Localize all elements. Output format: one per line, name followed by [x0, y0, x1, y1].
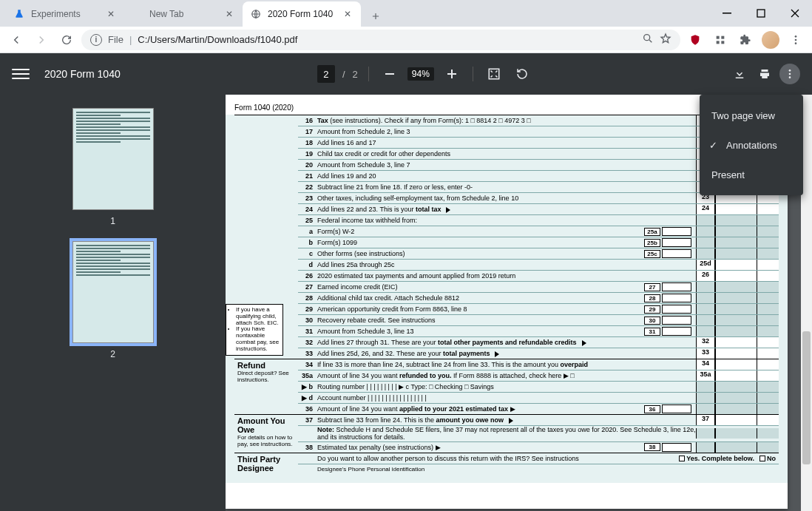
thumbnail-page-2[interactable]	[72, 241, 154, 343]
svg-point-17	[789, 76, 791, 78]
form-section-third-party: Third Party Designee Do you want to allo…	[234, 453, 779, 474]
menu-present[interactable]: Present	[700, 160, 803, 189]
site-info-icon[interactable]: i	[90, 34, 102, 46]
thumbnail-label: 1	[110, 216, 115, 226]
form-line: 32Add lines 27 through 31. These are you…	[298, 336, 779, 348]
pdf-viewer: 1 2 Form 1040 (2020) If you have a quali…	[0, 95, 812, 511]
zoom-level[interactable]: 94%	[407, 67, 434, 81]
scrollbar-thumb[interactable]	[802, 331, 811, 464]
window-controls	[710, 0, 812, 27]
form-line: 30Recovery rebate credit. See instructio…	[298, 314, 779, 325]
thumbnail-sidebar: 1 2	[0, 95, 226, 511]
reload-button[interactable]	[56, 30, 77, 50]
form-section-tax: 16Tax (see instructions). Check if any f…	[234, 115, 779, 359]
maximize-button[interactable]	[744, 0, 778, 27]
form-line: 34If line 33 is more than line 24, subtr…	[298, 359, 779, 370]
form-line: 38Estimated tax penalty (see instruction…	[298, 441, 779, 453]
tab-experiments[interactable]: Experiments ✕	[6, 1, 124, 27]
flask-icon	[13, 8, 25, 20]
close-icon[interactable]: ✕	[105, 8, 117, 20]
extension-icon[interactable]	[710, 30, 731, 50]
search-icon[interactable]	[642, 33, 654, 47]
close-window-button[interactable]	[778, 0, 812, 27]
url-scheme: File	[108, 34, 124, 45]
tab-label: Experiments	[31, 9, 99, 19]
bookmark-star-icon[interactable]	[660, 33, 671, 47]
menu-two-page-view[interactable]: Two page view	[700, 101, 803, 130]
form-line: ▶ dAccount number | | | | | | | | | | | …	[298, 392, 779, 403]
form-section-refund: RefundDirect deposit? See instructions. …	[234, 359, 779, 414]
check-icon: ✓	[707, 140, 719, 151]
form-line: 35aAmount of line 34 you want refunded t…	[298, 370, 779, 381]
tab-form1040[interactable]: 2020 Form 1040 ✕	[243, 1, 361, 27]
form-line: 31Amount from Schedule 3, line 1331	[298, 325, 779, 336]
svg-rect-4	[717, 35, 720, 38]
sidebar-toggle-button[interactable]	[12, 65, 30, 83]
form-line: 24Add lines 22 and 23. This is your tota…	[298, 203, 779, 214]
form-line: bForm(s) 109925b	[298, 237, 779, 248]
pdf-toolbar: 2020 Form 1040 / 2 94%	[0, 53, 812, 95]
close-icon[interactable]: ✕	[342, 8, 353, 20]
form-line: 262020 estimated tax payments and amount…	[298, 270, 779, 281]
pdf-options-menu: Two page view ✓ Annotations Present	[700, 95, 803, 195]
minimize-button[interactable]	[710, 0, 744, 27]
form-line: aForm(s) W-225a	[298, 226, 779, 237]
total-pages: 2	[353, 69, 358, 80]
pdf-title: 2020 Form 1040	[44, 68, 121, 80]
svg-rect-13	[451, 70, 453, 78]
tabs-container: Experiments ✕ New Tab ✕ 2020 Form 1040 ✕	[0, 0, 710, 27]
svg-point-15	[789, 70, 791, 72]
form-line: 27Earned income credit (EIC)27	[298, 281, 779, 292]
svg-rect-14	[489, 69, 499, 79]
new-tab-button[interactable]	[365, 6, 386, 27]
form-section-owe: Amount You OweFor details on how to pay,…	[234, 414, 779, 453]
form-line: ▶ bRouting number | | | | | | | | | ▶ c …	[298, 381, 779, 392]
svg-point-16	[789, 73, 791, 75]
form-line: 37Subtract line 33 from line 24. This is…	[298, 415, 779, 425]
browser-tab-strip: Experiments ✕ New Tab ✕ 2020 Form 1040 ✕	[0, 0, 812, 27]
zoom-in-button[interactable]	[441, 64, 462, 84]
svg-point-3	[644, 35, 650, 41]
tab-label: New Tab	[149, 9, 217, 19]
form-line: 33Add lines 25d, 26, and 32. These are y…	[298, 348, 779, 359]
blank-icon	[132, 8, 143, 20]
address-bar[interactable]: i File | C:/Users/Martin/Downloads/f1040…	[81, 30, 680, 50]
form-line: Note: Schedule H and Schedule SE filers,…	[298, 425, 779, 441]
form-line: 29American opportunity credit from Form …	[298, 303, 779, 314]
svg-rect-11	[385, 73, 394, 75]
fit-page-button[interactable]	[484, 64, 504, 84]
svg-rect-1	[723, 13, 731, 14]
page-number-input[interactable]	[317, 65, 335, 83]
form-line: 25Federal income tax withheld from:	[298, 214, 779, 226]
rotate-button[interactable]	[512, 64, 532, 84]
svg-rect-5	[721, 35, 724, 38]
form-line: 36Amount of line 34 you want applied to …	[298, 403, 779, 414]
ublock-icon[interactable]	[685, 30, 706, 50]
form-line: 28Additional child tax credit. Attach Sc…	[298, 292, 779, 303]
form-callout: If you have a qualifying child, attach S…	[226, 304, 283, 356]
globe-icon	[250, 8, 262, 20]
forward-button[interactable]	[31, 30, 52, 50]
form-line: dAdd lines 25a through 25c25d	[298, 259, 779, 270]
extensions-puzzle-icon[interactable]	[735, 30, 756, 50]
svg-point-8	[795, 35, 797, 38]
pdf-more-options-button[interactable]	[779, 64, 800, 84]
menu-annotations[interactable]: ✓ Annotations	[700, 130, 803, 160]
profile-avatar[interactable]	[760, 30, 781, 50]
zoom-out-button[interactable]	[379, 64, 400, 84]
thumbnail-page-1[interactable]	[72, 108, 154, 210]
svg-rect-6	[717, 41, 720, 44]
close-icon[interactable]: ✕	[223, 8, 235, 20]
url-toolbar: i File | C:/Users/Martin/Downloads/f1040…	[0, 27, 812, 53]
tab-newtab[interactable]: New Tab ✕	[124, 1, 243, 27]
svg-point-9	[795, 38, 797, 41]
svg-rect-7	[721, 41, 724, 44]
print-button[interactable]	[754, 64, 775, 84]
download-button[interactable]	[729, 64, 750, 84]
thumbnail-label: 2	[110, 349, 115, 359]
svg-rect-2	[757, 10, 765, 17]
back-button[interactable]	[6, 30, 27, 50]
svg-point-10	[795, 42, 797, 44]
page-separator: /	[342, 69, 345, 80]
chrome-menu-button[interactable]	[785, 30, 806, 50]
